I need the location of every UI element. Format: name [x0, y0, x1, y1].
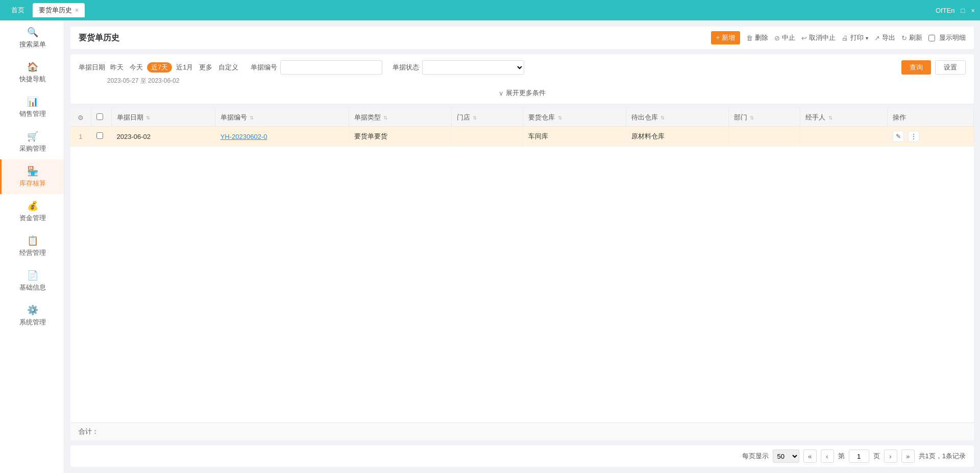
- doc-no-filter-group: 单据编号: [251, 60, 382, 75]
- next-page-btn[interactable]: ›: [884, 450, 897, 463]
- column-settings-icon[interactable]: ⚙: [78, 114, 84, 122]
- cell-no[interactable]: YH-20230602-0: [215, 127, 349, 147]
- doc-no-label: 单据编号: [251, 63, 277, 72]
- sort-no-icon[interactable]: ⇅: [250, 115, 254, 121]
- data-table: ⚙ 单据日期 ⇅ 单据编号 ⇅: [70, 109, 974, 147]
- sort-type-icon[interactable]: ⇅: [383, 115, 387, 121]
- sidebar-item-system[interactable]: ⚙️ 系统管理: [0, 298, 64, 333]
- status-select[interactable]: [422, 60, 524, 75]
- sidebar-item-search[interactable]: 🔍 搜索菜单: [0, 20, 64, 55]
- refresh-icon: ↻: [901, 34, 907, 42]
- row-more-btn[interactable]: ⋮: [908, 131, 919, 142]
- new-button[interactable]: + 新增: [711, 31, 740, 44]
- cell-pending-warehouse: 原材料仓库: [626, 127, 728, 147]
- shortcut-more[interactable]: 更多: [197, 62, 214, 73]
- query-button[interactable]: 查询: [901, 60, 931, 75]
- stop-button[interactable]: ⊘ 中止: [774, 33, 795, 42]
- row-checkbox[interactable]: [96, 132, 103, 139]
- print-chevron-icon: ▾: [866, 35, 868, 41]
- col-req-warehouse: 要货仓库 ⇅: [523, 109, 626, 127]
- last-page-icon: »: [906, 453, 910, 460]
- sort-date-icon[interactable]: ⇅: [146, 115, 150, 121]
- sort-req-warehouse-icon[interactable]: ⇅: [558, 115, 562, 121]
- top-bar: 首页 要货单历史 × OfTEn □ ×: [0, 0, 980, 20]
- select-all-checkbox[interactable]: [96, 113, 103, 120]
- cell-date: 2023-06-02: [111, 127, 215, 147]
- first-page-icon: «: [808, 453, 812, 460]
- shortcut-custom[interactable]: 自定义: [216, 62, 240, 73]
- sidebar-item-finance[interactable]: 💰 资金管理: [0, 194, 64, 229]
- sidebar: 🔍 搜索菜单 🏠 快捷导航 📊 销售管理 🛒 采购管理 🏪 库存核算 💰 资金管…: [0, 20, 64, 473]
- new-button-label: + 新增: [716, 33, 735, 42]
- prev-page-icon: ‹: [826, 453, 828, 460]
- export-icon: ↗: [874, 34, 880, 42]
- sort-handler-icon[interactable]: ⇅: [828, 115, 832, 121]
- sidebar-item-operation[interactable]: 📋 经营管理: [0, 229, 64, 264]
- delete-icon: 🗑: [746, 34, 753, 42]
- footer-label: 合计：: [79, 427, 99, 436]
- brand-label: OfTEn: [936, 7, 955, 14]
- shortcut-last1month[interactable]: 近1月: [174, 62, 195, 73]
- close-tab-icon[interactable]: ×: [75, 7, 79, 14]
- cancel-stop-button[interactable]: ↩ 取消中止: [801, 33, 836, 42]
- col-date: 单据日期 ⇅: [111, 109, 215, 127]
- shortcut-last7days[interactable]: 近7天: [147, 62, 172, 73]
- date-shortcuts: 昨天 今天 近7天 近1月 更多 自定义: [108, 62, 240, 73]
- top-bar-right: OfTEn □ ×: [936, 7, 975, 14]
- cell-dept: [728, 127, 800, 147]
- sidebar-label-basic: 基础信息: [19, 283, 46, 292]
- table-header-row: ⚙ 单据日期 ⇅ 单据编号 ⇅: [70, 109, 974, 127]
- sidebar-item-basic[interactable]: 📄 基础信息: [0, 264, 64, 298]
- total-info: 共1页，1条记录: [919, 452, 966, 461]
- settings-button-label: 设置: [944, 63, 957, 71]
- print-button[interactable]: 🖨 打印 ▾: [842, 33, 868, 42]
- tab-yaohuodan[interactable]: 要货单历史 ×: [33, 3, 85, 17]
- first-page-btn[interactable]: «: [803, 450, 817, 463]
- page-header: 要货单历史 + 新增 🗑 删除 ⊘ 中止 ↩ 取消中止 🖨: [70, 27, 974, 49]
- col-checkbox: [91, 109, 111, 127]
- page-suffix: 页: [873, 452, 880, 461]
- sidebar-item-sales[interactable]: 📊 销售管理: [0, 90, 64, 125]
- last-page-btn[interactable]: »: [901, 450, 915, 463]
- sidebar-item-purchase[interactable]: 🛒 采购管理: [0, 125, 64, 159]
- basic-icon: 📄: [27, 270, 38, 281]
- finance-icon: 💰: [27, 200, 38, 211]
- export-label: 导出: [882, 33, 895, 42]
- close-window-btn[interactable]: ×: [971, 7, 975, 14]
- sidebar-item-quick-nav[interactable]: 🏠 快捷导航: [0, 55, 64, 90]
- sort-dept-icon[interactable]: ⇅: [750, 115, 754, 121]
- sidebar-label-purchase: 采购管理: [19, 144, 46, 153]
- maximize-btn[interactable]: □: [961, 7, 965, 14]
- cancel-stop-icon: ↩: [801, 34, 807, 42]
- stop-icon: ⊘: [774, 34, 780, 42]
- display-detail-label: 显示明细: [939, 33, 966, 42]
- col-no: 单据编号 ⇅: [215, 109, 349, 127]
- shortcut-yesterday[interactable]: 昨天: [108, 62, 126, 73]
- refresh-button[interactable]: ↻ 刷新: [901, 33, 922, 42]
- home-icon: 🏠: [27, 61, 38, 73]
- expand-more-btn[interactable]: ∨ 展开更多条件: [79, 88, 966, 98]
- status-filter-group: 单据状态: [393, 60, 524, 75]
- sort-store-icon[interactable]: ⇅: [473, 115, 477, 121]
- table-row: 1 2023-06-02 YH-20230602-0 要货单要货 车间库 原材料…: [70, 127, 974, 147]
- shortcut-today[interactable]: 今天: [128, 62, 145, 73]
- page-input[interactable]: [849, 450, 869, 463]
- per-page-select[interactable]: 50 20 100 200: [773, 450, 799, 463]
- cell-checkbox: [91, 127, 111, 147]
- tab-home-label: 首页: [11, 6, 24, 15]
- display-detail-toggle[interactable]: 显示明细: [928, 33, 966, 42]
- doc-no-input[interactable]: [280, 60, 382, 75]
- export-button[interactable]: ↗ 导出: [874, 33, 895, 42]
- prev-page-btn[interactable]: ‹: [821, 450, 834, 463]
- tab-home[interactable]: 首页: [5, 3, 31, 17]
- sidebar-item-inventory[interactable]: 🏪 库存核算: [0, 159, 64, 194]
- print-icon: 🖨: [842, 34, 848, 42]
- settings-button[interactable]: 设置: [935, 60, 966, 75]
- display-detail-checkbox[interactable]: [928, 35, 935, 41]
- delete-button[interactable]: 🗑 删除: [746, 33, 768, 42]
- stop-label: 中止: [782, 33, 795, 42]
- sidebar-label-search: 搜索菜单: [19, 40, 46, 49]
- cell-req-warehouse: 车间库: [523, 127, 626, 147]
- row-edit-btn[interactable]: ✎: [893, 131, 904, 142]
- sort-pending-warehouse-icon[interactable]: ⇅: [660, 115, 665, 121]
